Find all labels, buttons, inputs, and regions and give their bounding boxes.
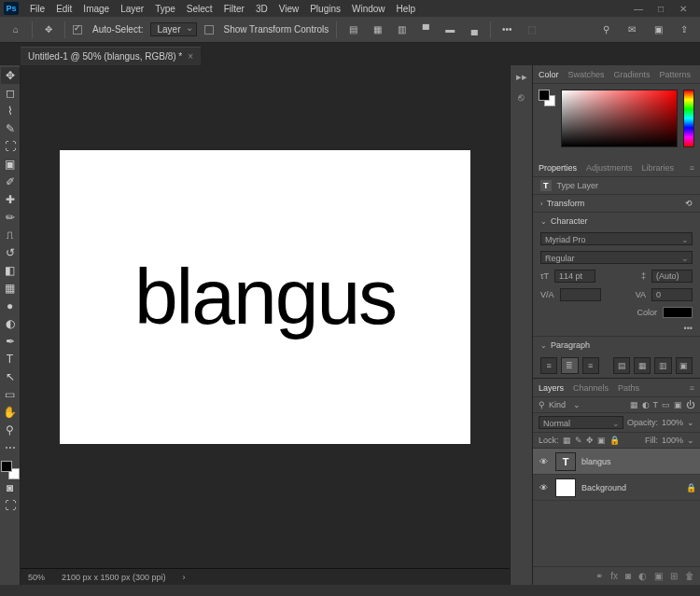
more-options-icon[interactable]: ••• (684, 324, 693, 333)
tracking-input[interactable]: 0 (651, 288, 693, 301)
marquee-tool[interactable]: ◻ (1, 85, 20, 102)
menu-type[interactable]: Type (149, 2, 181, 16)
zoom-tool[interactable]: ⚲ (1, 422, 20, 438)
transform-section[interactable]: › Transform ⟲ (533, 194, 700, 212)
edit-toolbar[interactable]: ⋯ (1, 439, 20, 456)
eraser-tool[interactable]: ◧ (1, 262, 20, 279)
more-icon[interactable]: ••• (498, 21, 515, 38)
color-swatches[interactable] (1, 461, 20, 479)
kerning-input[interactable] (560, 288, 601, 301)
menu-layer[interactable]: Layer (115, 2, 149, 16)
layer-row[interactable]: 👁 Background 🔒 (533, 475, 700, 501)
pen-tool[interactable]: ✒ (1, 333, 20, 350)
align-center-icon[interactable]: ▦ (369, 21, 385, 38)
justify-right-button[interactable]: ▥ (654, 357, 671, 374)
blend-mode-select[interactable]: Normal (539, 416, 623, 429)
layer-filter-select[interactable]: Kind (549, 400, 566, 409)
leading-input[interactable]: (Auto) (651, 270, 693, 283)
menu-file[interactable]: File (24, 2, 50, 16)
visibility-toggle[interactable]: 👁 (537, 457, 550, 466)
blur-tool[interactable]: ● (1, 298, 20, 314)
filter-type-icon[interactable]: T (653, 400, 659, 409)
filter-toggle[interactable]: ⏻ (686, 400, 694, 409)
tab-color[interactable]: Color (539, 70, 559, 79)
filter-shape-icon[interactable]: ▭ (662, 400, 670, 409)
properties-panel-menu-icon[interactable]: ≡ (690, 163, 694, 173)
healing-tool[interactable]: ✚ (1, 191, 20, 208)
tab-layers[interactable]: Layers (539, 383, 564, 393)
lock-all-icon[interactable]: 🔒 (609, 436, 620, 445)
align-left-icon[interactable]: ▤ (344, 21, 361, 38)
group-icon[interactable]: ▣ (654, 571, 663, 581)
hand-tool[interactable]: ✋ (1, 404, 20, 421)
align-center-button[interactable]: ≣ (561, 357, 578, 374)
lasso-tool[interactable]: ⌇ (1, 103, 20, 119)
home-icon[interactable]: ⌂ (7, 21, 24, 38)
eyedropper-tool[interactable]: ✐ (1, 173, 20, 190)
close-button[interactable]: ✕ (678, 3, 689, 14)
filter-adjust-icon[interactable]: ◐ (642, 400, 650, 409)
tab-adjustments[interactable]: Adjustments (586, 163, 633, 173)
quick-select-tool[interactable]: ✎ (1, 120, 20, 137)
move-tool-icon[interactable]: ✥ (40, 21, 57, 38)
layer-row[interactable]: 👁 T blangus (533, 449, 700, 475)
tab-paths[interactable]: Paths (618, 383, 639, 393)
menu-select[interactable]: Select (181, 2, 218, 16)
dodge-tool[interactable]: ◐ (1, 315, 20, 332)
auto-select-mode[interactable]: Layer (150, 22, 196, 36)
quickmask-tool[interactable]: ◙ (1, 479, 20, 496)
clone-tool[interactable]: ⎍ (1, 227, 20, 243)
brush-tool[interactable]: ✏ (1, 209, 20, 226)
filter-pixel-icon[interactable]: ▦ (630, 400, 638, 409)
transform-checkbox[interactable] (204, 25, 214, 35)
justify-left-button[interactable]: ▤ (613, 357, 630, 374)
frame-tool[interactable]: ▣ (1, 156, 20, 173)
align-top-icon[interactable]: ▀ (417, 21, 434, 38)
justify-center-button[interactable]: ▦ (634, 357, 651, 374)
search-icon[interactable]: ⚲ (597, 21, 614, 38)
history-brush-tool[interactable]: ↺ (1, 244, 20, 261)
opacity-value[interactable]: 100% (662, 418, 683, 427)
layer-thumbnail[interactable] (555, 478, 576, 497)
align-middle-icon[interactable]: ▬ (441, 21, 458, 38)
lock-pixels-icon[interactable]: ▦ (563, 436, 571, 445)
gradient-tool[interactable]: ▦ (1, 280, 20, 297)
align-left-button[interactable]: ≡ (540, 357, 557, 374)
delete-layer-icon[interactable]: 🗑 (685, 571, 694, 581)
tab-libraries[interactable]: Libraries (642, 163, 675, 173)
lock-move-icon[interactable]: ✥ (586, 436, 594, 445)
document-tab[interactable]: Untitled-1 @ 50% (blangus, RGB/8) * × (21, 47, 201, 65)
font-family-select[interactable]: Myriad Pro (540, 232, 693, 245)
justify-all-button[interactable]: ▣ (676, 357, 693, 374)
foreground-swatch[interactable] (1, 461, 12, 472)
text-color-swatch[interactable] (663, 307, 693, 318)
move-tool[interactable]: ✥ (1, 67, 20, 84)
zoom-level[interactable]: 50% (28, 573, 45, 582)
menu-3d[interactable]: 3D (250, 2, 273, 16)
hue-slider[interactable] (683, 90, 694, 147)
menu-edit[interactable]: Edit (50, 2, 77, 16)
workspace-icon[interactable]: ▣ (650, 21, 666, 38)
layer-name[interactable]: Background (581, 483, 626, 492)
path-tool[interactable]: ↖ (1, 368, 20, 385)
align-right-button[interactable]: ≡ (582, 357, 599, 374)
visibility-toggle[interactable]: 👁 (537, 483, 550, 492)
menu-view[interactable]: View (273, 2, 305, 16)
tab-swatches[interactable]: Swatches (568, 70, 605, 79)
tab-properties[interactable]: Properties (539, 163, 577, 173)
shape-tool[interactable]: ▭ (1, 386, 20, 403)
auto-select-checkbox[interactable] (73, 25, 82, 35)
lock-position-icon[interactable]: ✎ (575, 436, 582, 445)
status-chevron-icon[interactable]: › (183, 573, 186, 582)
panel-swatches[interactable] (539, 90, 555, 106)
menu-plugins[interactable]: Plugins (304, 2, 346, 16)
align-right-icon[interactable]: ▥ (393, 21, 410, 38)
character-section[interactable]: ⌄ Character (533, 212, 700, 229)
paragraph-section[interactable]: ⌄ Paragraph (533, 336, 700, 353)
filter-smart-icon[interactable]: ▣ (674, 400, 682, 409)
font-weight-select[interactable]: Regular (540, 251, 693, 264)
type-tool[interactable]: T (1, 351, 20, 367)
color-field[interactable] (561, 90, 678, 147)
canvas-area[interactable]: blangus 50% 2100 px x 1500 px (300 ppi) … (21, 65, 510, 585)
menu-filter[interactable]: Filter (218, 2, 250, 16)
